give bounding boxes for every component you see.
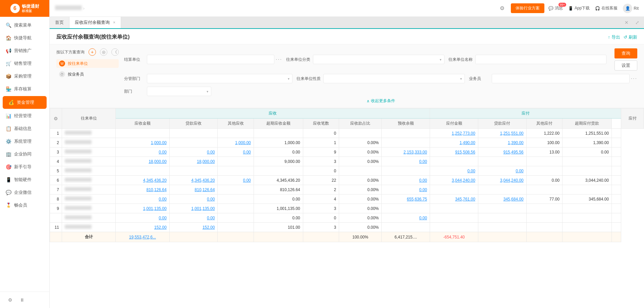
- table-cell: [562, 185, 612, 194]
- sidebar-item-sales[interactable]: 🛒 销售管理: [0, 57, 49, 70]
- salesman-dots[interactable]: ···: [631, 76, 637, 81]
- table-wrapper[interactable]: ⚙ 往来单位 应收 应付 应付 应收金额 贷款应收 其他应收 超期应收金额: [50, 108, 644, 242]
- table-cell[interactable]: 4,345,436.20: [169, 176, 218, 185]
- table-cell[interactable]: 0.00: [382, 157, 430, 166]
- sidebar-item-finance[interactable]: 💰 资金管理: [3, 96, 47, 109]
- table-cell[interactable]: 345,684.00: [478, 194, 526, 204]
- table-cell[interactable]: 1,000.00: [116, 138, 169, 147]
- query-button[interactable]: 查询: [614, 48, 637, 58]
- sidebar-item-member[interactable]: 🎖️ 畅会员: [0, 199, 49, 212]
- table-cell[interactable]: 0.00: [116, 194, 169, 204]
- sidebar-item-enterprise[interactable]: 🏢 企业协同: [0, 148, 49, 161]
- department-select[interactable]: ▾: [147, 87, 211, 96]
- col-settings-header[interactable]: ⚙: [50, 108, 62, 129]
- table-cell[interactable]: 3,044,240.00: [478, 176, 526, 185]
- table-cell: [254, 166, 303, 176]
- app-download-button[interactable]: 📱 App下载: [568, 5, 590, 11]
- total-ap-other: [526, 232, 562, 242]
- table-cell[interactable]: 0.00: [218, 147, 254, 157]
- table-cell[interactable]: 1,390.00: [478, 138, 526, 147]
- col-settings-icon[interactable]: ⚙: [54, 116, 58, 121]
- table-cell[interactable]: 0.00: [430, 166, 478, 176]
- scheme-option-staff[interactable]: ⏱ 按业务员: [56, 70, 119, 79]
- table-cell: 9,000.00: [254, 157, 303, 166]
- sidebar-item-marketing[interactable]: 📢 营销推广: [0, 44, 49, 57]
- refresh-button[interactable]: ↺ 刷新: [624, 34, 637, 40]
- table-cell[interactable]: 18,000.00: [169, 157, 218, 166]
- table-cell[interactable]: 810,126.64: [169, 185, 218, 194]
- notifications-button[interactable]: 💬 消息 99+: [548, 5, 563, 11]
- table-cell[interactable]: 1,000.00: [218, 138, 254, 147]
- export-button[interactable]: ↑ 导出: [608, 34, 621, 40]
- table-cell[interactable]: 0.00: [218, 176, 254, 185]
- sidebar-item-operations[interactable]: 📊 经营管理: [0, 109, 49, 122]
- table-cell[interactable]: 915,495.56: [478, 147, 526, 157]
- table-cell[interactable]: 915,508.56: [430, 147, 478, 157]
- table-cell[interactable]: 1,001,135.00: [169, 204, 218, 213]
- sidebar-item-search[interactable]: 🔍 搜索菜单: [0, 19, 49, 32]
- table-cell: 345,684.00: [562, 194, 612, 204]
- sidebar-nav: 🔍 搜索菜单 🏠 快捷导航 📢 营销推广 🛒 销售管理 📦 采购管理 🏪 库存核…: [0, 17, 49, 292]
- filter-collapse-button[interactable]: 《: [111, 48, 119, 56]
- sidebar-item-purchase[interactable]: 📦 采购管理: [0, 70, 49, 83]
- table-cell[interactable]: 152.00: [169, 223, 218, 232]
- scheme-option-unit[interactable]: W 按往来单位: [56, 59, 119, 68]
- table-cell[interactable]: 1,490.00: [430, 138, 478, 147]
- settings-icon[interactable]: ⚙: [5, 295, 15, 305]
- table-cell[interactable]: 0.00: [169, 213, 218, 223]
- collapse-sidebar-icon[interactable]: ⏸: [17, 295, 27, 305]
- sidebar-item-inventory[interactable]: 🏪 库存核算: [0, 83, 49, 95]
- export-label: 导出: [611, 34, 620, 40]
- table-cell[interactable]: 0.00: [116, 213, 169, 223]
- filter-setting-button[interactable]: ◎: [100, 48, 107, 56]
- sidebar-item-iot[interactable]: 📱 智能硬件: [0, 173, 49, 186]
- sidebar-item-wechat[interactable]: 💬 企业微信: [0, 186, 49, 199]
- collapse-more-button[interactable]: ∧ 收起更多条件: [124, 96, 637, 104]
- table-cell[interactable]: 0.00: [382, 185, 430, 194]
- scheme-icon-unit: W: [59, 60, 65, 67]
- table-cell[interactable]: 152.00: [116, 223, 169, 232]
- table-cell[interactable]: 655,636.75: [382, 194, 430, 204]
- table-cell[interactable]: 810,126.64: [116, 185, 169, 194]
- table-cell[interactable]: 0.00: [169, 194, 218, 204]
- partner-category-select[interactable]: ▾: [313, 55, 444, 64]
- solution-button[interactable]: 体验行业方案: [511, 3, 544, 13]
- sidebar-item-newbie[interactable]: 🎯 新手引导: [0, 161, 49, 173]
- sidebar-item-sysmanage[interactable]: ⚙️ 系统管理: [0, 135, 49, 148]
- purchase-icon: 📦: [5, 73, 11, 79]
- table-cell[interactable]: 0.00: [478, 166, 526, 176]
- col-ap-last-header: 应付: [621, 108, 644, 129]
- table-cell[interactable]: 345,761.00: [430, 194, 478, 204]
- online-service-button[interactable]: 🎧 在线客服: [595, 5, 618, 11]
- filter-add-button[interactable]: +: [89, 48, 96, 56]
- sidebar-item-basicinfo[interactable]: 📋 基础信息: [0, 122, 49, 135]
- tab-home[interactable]: 首页: [50, 17, 69, 28]
- table-cell[interactable]: 0.00: [169, 147, 218, 157]
- table-cell[interactable]: 1,251,551.00: [478, 129, 526, 138]
- maximize-window-icon[interactable]: ⤢: [633, 18, 641, 27]
- dept-select[interactable]: ▾: [147, 74, 292, 83]
- header-gear-icon[interactable]: ⚙: [497, 4, 507, 13]
- table-cell[interactable]: 3,044,240.00: [430, 176, 478, 185]
- tab-arbalance[interactable]: 应收应付余额查询 ×: [69, 17, 121, 28]
- partner-nature-select[interactable]: ▾: [323, 74, 465, 83]
- jiesuan-dots[interactable]: ···: [276, 57, 282, 62]
- table-cell[interactable]: 0.00: [116, 147, 169, 157]
- table-cell[interactable]: 4,345,436.20: [116, 176, 169, 185]
- table-cell[interactable]: 1,001,135.00: [116, 204, 169, 213]
- table-cell[interactable]: 18,000.00: [116, 157, 169, 166]
- table-cell: 0.00%: [339, 138, 382, 147]
- table-cell[interactable]: 0.00: [382, 176, 430, 185]
- jiesuan-input[interactable]: [147, 55, 274, 64]
- tab-close-icon[interactable]: ×: [113, 20, 115, 25]
- close-window-icon[interactable]: ✕: [623, 18, 631, 27]
- table-cell[interactable]: 1,252,773.00: [430, 129, 478, 138]
- settings-button[interactable]: 设置: [614, 60, 637, 71]
- table-cell[interactable]: 2,153,333.00: [382, 147, 430, 157]
- partner-name-input[interactable]: [475, 55, 606, 64]
- table-cell[interactable]: 0.00: [382, 213, 430, 223]
- salesman-input[interactable]: [492, 74, 630, 83]
- dept-label: 分管部门: [124, 76, 144, 82]
- user-avatar[interactable]: 👤 Rit: [623, 4, 639, 13]
- sidebar-item-quicknav[interactable]: 🏠 快捷导航: [0, 32, 49, 44]
